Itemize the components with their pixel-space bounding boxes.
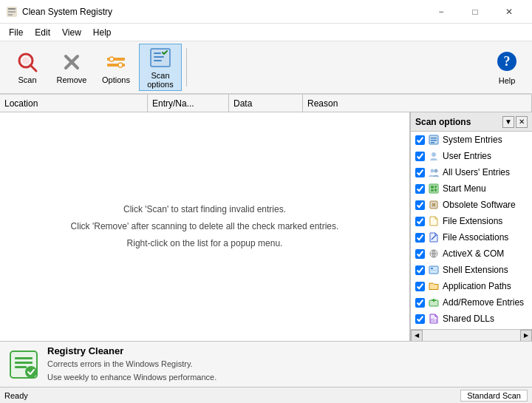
- label-shared-dlls: Shared DLLs: [443, 314, 494, 324]
- svg-rect-30: [434, 189, 437, 192]
- svg-line-5: [30, 65, 36, 71]
- checkbox-activex-com[interactable]: [415, 249, 425, 259]
- toolbar: Scan Remove Options: [0, 41, 532, 95]
- title-bar: Clean System Registry − □ ✕: [0, 0, 532, 24]
- label-file-extensions: File Extensions: [443, 216, 502, 226]
- checkbox-user-entries[interactable]: [415, 152, 425, 161]
- scan-options-dropdown-btn[interactable]: ▼: [502, 116, 514, 128]
- scan-option-application-paths[interactable]: Application Paths: [411, 278, 532, 294]
- menu-file[interactable]: File: [3, 26, 29, 39]
- options-button[interactable]: Options: [95, 44, 137, 91]
- menu-bar: File Edit View Help: [0, 24, 532, 41]
- checkbox-shell-extensions[interactable]: [415, 265, 425, 275]
- svg-rect-20: [431, 138, 437, 139]
- scan-option-file-associations[interactable]: File Associations: [411, 229, 532, 245]
- scan-options-button-label: Scan options: [143, 71, 178, 89]
- scan-option-all-users-entries[interactable]: All Users' Entries: [411, 164, 532, 180]
- info-panel: Registry Cleaner Corrects errors in the …: [0, 341, 532, 387]
- svg-rect-50: [15, 357, 33, 359]
- scan-options-list: System Entries User Entries All Users' E…: [411, 132, 532, 329]
- menu-help[interactable]: Help: [87, 26, 117, 39]
- checkbox-file-associations[interactable]: [415, 233, 425, 243]
- col-reason: Reason: [303, 95, 532, 112]
- list-hint-line1: Click 'Scan' to start finding invalid en…: [123, 203, 286, 217]
- svg-point-53: [25, 366, 37, 378]
- svg-rect-52: [15, 366, 27, 368]
- options-icon: [104, 50, 128, 74]
- scan-option-shell-extensions[interactable]: Shell Extensions: [411, 262, 532, 278]
- checkbox-add-remove[interactable]: [415, 298, 425, 308]
- svg-text:DLL: DLL: [431, 318, 437, 322]
- help-button[interactable]: ? Help: [488, 44, 526, 91]
- icon-start-menu: [428, 183, 440, 194]
- scan-options-header: Scan options ▼ ✕: [411, 112, 532, 132]
- svg-rect-22: [431, 142, 434, 143]
- scan-option-obsolete-software[interactable]: Obsolete Software: [411, 197, 532, 213]
- label-shell-extensions: Shell Extensions: [443, 265, 508, 275]
- scan-options-scrollbar: ◀ ▶: [411, 329, 532, 341]
- svg-rect-2: [8, 11, 16, 13]
- maximize-button[interactable]: □: [458, 0, 492, 24]
- label-file-associations: File Associations: [443, 232, 508, 243]
- main-area: Click 'Scan' to start finding invalid en…: [0, 112, 532, 341]
- svg-rect-40: [431, 268, 433, 269]
- svg-rect-1: [8, 8, 16, 10]
- svg-point-24: [431, 169, 434, 173]
- svg-point-25: [434, 169, 438, 173]
- svg-rect-41: [431, 270, 437, 271]
- svg-rect-16: [154, 60, 162, 61]
- icon-user-entries: [428, 150, 440, 162]
- svg-rect-51: [15, 362, 33, 364]
- remove-button[interactable]: Remove: [50, 44, 93, 91]
- scan-option-user-entries[interactable]: User Entries: [411, 148, 532, 164]
- svg-point-6: [22, 57, 30, 64]
- svg-rect-28: [431, 189, 434, 192]
- list-hint-line2: Click 'Remove' after scanning to delete …: [71, 220, 339, 234]
- status-left: Ready: [4, 391, 28, 400]
- scan-options-icon: [149, 46, 172, 70]
- scan-option-start-menu[interactable]: Start Menu: [411, 180, 532, 197]
- svg-rect-14: [154, 53, 161, 54]
- scan-option-shared-dlls[interactable]: DLL Shared DLLs: [411, 311, 532, 327]
- checkbox-file-extensions[interactable]: [415, 217, 425, 226]
- icon-add-remove: [428, 297, 440, 308]
- svg-rect-15: [154, 56, 164, 58]
- scan-option-activex-com[interactable]: ActiveX & COM: [411, 245, 532, 262]
- checkbox-all-users-entries[interactable]: [415, 168, 425, 177]
- icon-file-extensions: [428, 215, 440, 227]
- scan-button[interactable]: Scan: [6, 44, 49, 91]
- help-icon: ?: [495, 50, 519, 75]
- scrollbar-left-btn[interactable]: ◀: [411, 330, 423, 342]
- scrollbar-right-btn[interactable]: ▶: [520, 330, 532, 342]
- close-button[interactable]: ✕: [492, 0, 526, 24]
- svg-rect-21: [431, 140, 437, 141]
- scan-option-add-remove[interactable]: Add/Remove Entries: [411, 294, 532, 311]
- window-title: Clean System Registry: [22, 7, 112, 17]
- column-headers: Location Entry/Na... Data Reason: [0, 95, 532, 112]
- menu-edit[interactable]: Edit: [29, 26, 56, 39]
- svg-rect-27: [431, 186, 434, 189]
- help-button-label: Help: [499, 76, 516, 85]
- minimize-button[interactable]: −: [424, 0, 458, 24]
- scan-option-system-entries[interactable]: System Entries: [411, 132, 532, 148]
- label-obsolete-software: Obsolete Software: [443, 200, 516, 210]
- scan-options-button[interactable]: Scan options: [139, 44, 182, 91]
- scan-options-panel: Scan options ▼ ✕ System Entries User Ent…: [410, 112, 532, 341]
- scan-options-close-btn[interactable]: ✕: [516, 116, 528, 128]
- col-entry-name: Entry/Na...: [148, 95, 229, 112]
- checkbox-application-paths[interactable]: [415, 282, 425, 291]
- label-activex-com: ActiveX & COM: [443, 248, 504, 259]
- menu-view[interactable]: View: [56, 26, 87, 39]
- remove-button-label: Remove: [57, 75, 87, 84]
- registry-cleaner-icon: [9, 350, 38, 379]
- label-start-menu: Start Menu: [443, 183, 486, 194]
- remove-icon: [60, 50, 83, 74]
- checkbox-system-entries[interactable]: [415, 135, 425, 145]
- checkbox-start-menu[interactable]: [415, 184, 425, 194]
- info-title: Registry Cleaner: [47, 345, 216, 356]
- checkbox-obsolete-software[interactable]: [415, 200, 425, 210]
- app-icon: [6, 6, 18, 18]
- checkbox-shared-dlls[interactable]: [415, 314, 425, 324]
- icon-obsolete-software: [428, 199, 440, 211]
- scan-option-file-extensions[interactable]: File Extensions: [411, 213, 532, 229]
